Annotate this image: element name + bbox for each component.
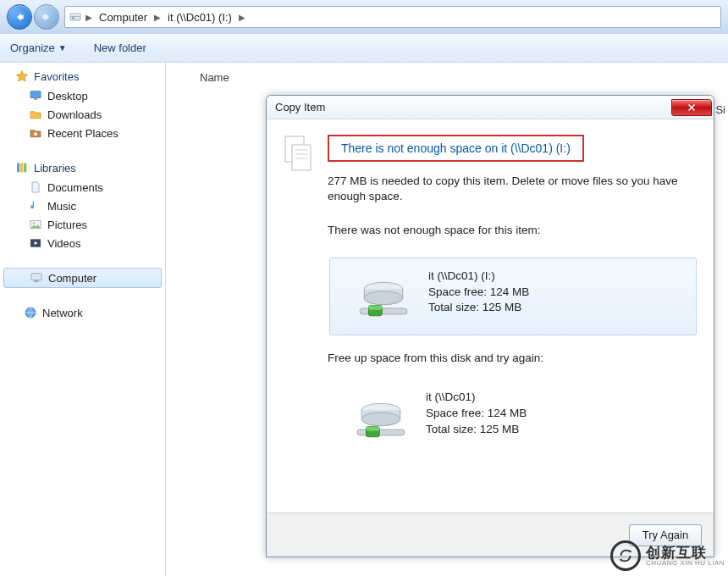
svg-point-21	[364, 291, 403, 305]
address-bar[interactable]: ▶ Computer ▶ it (\\Dc01) (I:) ▶	[64, 6, 721, 28]
drive-name: it (\\Dc01)	[426, 390, 527, 406]
sidebar-item-videos[interactable]: Videos	[0, 234, 165, 252]
sidebar-item-recent-places[interactable]: Recent Places	[0, 124, 165, 142]
sidebar-item-computer[interactable]: Computer	[3, 268, 162, 288]
arrow-left-icon	[14, 11, 25, 23]
svg-rect-16	[292, 145, 311, 170]
sidebar-label: Pictures	[47, 219, 87, 231]
drive-icon	[69, 10, 82, 24]
svg-rect-22	[360, 308, 407, 314]
dialog-titlebar[interactable]: Copy Item	[267, 96, 714, 119]
new-folder-label: New folder	[94, 42, 146, 54]
sidebar-label: Downloads	[47, 108, 102, 121]
chevron-right-icon: ▶	[152, 13, 163, 22]
pictures-icon	[29, 218, 42, 231]
drive-free: Space free: 124 MB	[428, 285, 529, 301]
breadcrumb-path[interactable]: it (\\Dc01) (I:)	[164, 9, 235, 25]
close-button[interactable]	[671, 99, 712, 116]
svg-rect-27	[357, 429, 405, 435]
watermark: 创新互联 CHUANG XIN HU LIAN	[610, 540, 725, 571]
explorer-toolbar: Organize ▼ New folder	[0, 34, 728, 63]
sidebar-item-downloads[interactable]: Downloads	[0, 105, 165, 124]
svg-rect-4	[34, 98, 37, 99]
sidebar-label: Videos	[47, 237, 81, 250]
documents-icon	[29, 180, 42, 194]
star-icon	[15, 69, 29, 83]
navigation-pane: Favorites Desktop Downloads Recent Place…	[0, 63, 166, 576]
sidebar-item-pictures[interactable]: Pictures	[0, 215, 165, 234]
svg-rect-1	[70, 14, 80, 16]
sidebar-label: Computer	[48, 272, 97, 285]
dialog-body: There is not enough space on it (\\Dc01)…	[267, 119, 714, 474]
chevron-right-icon: ▶	[237, 13, 247, 22]
svg-rect-24	[369, 305, 383, 309]
network-icon	[24, 306, 37, 319]
not-enough-space-message: There was not enough space for this item…	[328, 223, 698, 238]
svg-rect-2	[72, 18, 74, 19]
downloads-icon	[29, 108, 42, 121]
libraries-header[interactable]: Libraries	[0, 158, 165, 178]
videos-icon	[29, 236, 42, 250]
nav-forward-button[interactable]	[34, 4, 59, 30]
sidebar-item-music[interactable]: Music	[0, 197, 165, 215]
column-header-size[interactable]: Si	[715, 103, 725, 116]
organize-label: Organize	[10, 42, 55, 54]
svg-rect-12	[31, 274, 41, 280]
nav-back-button[interactable]	[7, 4, 32, 30]
favorites-header[interactable]: Favorites	[0, 66, 165, 86]
copy-item-dialog: Copy Item There is not enough space on i…	[266, 95, 714, 557]
column-header-name[interactable]: Name	[166, 63, 728, 84]
needed-space-message: 277 MB is needed to copy this item. Dele…	[328, 174, 698, 204]
drive-source-item[interactable]: it (\\Dc01) Space free: 124 MB Total siz…	[328, 385, 698, 468]
svg-point-10	[33, 222, 36, 224]
drive-free: Space free: 124 MB	[426, 406, 527, 422]
sidebar-label: Documents	[47, 181, 103, 194]
error-heading-highlight: There is not enough space on it (\\Dc01)…	[328, 135, 584, 162]
computer-group: Computer	[0, 268, 165, 288]
sidebar-item-network[interactable]: Network	[0, 303, 165, 322]
desktop-icon	[29, 89, 42, 102]
drive-name: it (\\Dc01) (I:)	[428, 269, 529, 285]
sidebar-label: Network	[42, 307, 83, 319]
watermark-logo-icon	[610, 540, 641, 571]
nav-buttons	[7, 4, 59, 30]
svg-rect-3	[30, 91, 41, 98]
watermark-text-cn: 创新互联	[646, 546, 725, 560]
sidebar-item-desktop[interactable]: Desktop	[0, 86, 165, 105]
dialog-title: Copy Item	[275, 101, 325, 114]
network-drive-icon	[351, 388, 411, 447]
copy-pages-icon	[282, 135, 316, 468]
drive-total: Total size: 125 MB	[428, 300, 529, 316]
watermark-text-en: CHUANG XIN HU LIAN	[646, 560, 725, 567]
recent-icon	[29, 126, 42, 140]
arrow-right-icon	[41, 11, 52, 23]
organize-menu[interactable]: Organize ▼	[10, 42, 67, 54]
svg-rect-29	[367, 426, 380, 430]
svg-rect-6	[17, 163, 19, 173]
new-folder-button[interactable]: New folder	[94, 42, 146, 54]
libraries-icon	[15, 161, 29, 174]
sidebar-item-documents[interactable]: Documents	[0, 178, 165, 197]
libraries-label: Libraries	[34, 162, 76, 174]
breadcrumb-computer[interactable]: Computer	[96, 9, 151, 25]
computer-icon	[30, 271, 43, 285]
svg-rect-7	[20, 163, 23, 173]
close-icon	[687, 102, 697, 113]
sidebar-label: Music	[47, 200, 76, 213]
favorites-group: Favorites Desktop Downloads Recent Place…	[0, 66, 165, 142]
network-drive-icon	[354, 267, 413, 326]
explorer-titlebar: ▶ Computer ▶ it (\\Dc01) (I:) ▶	[0, 0, 728, 34]
drive-target-item[interactable]: it (\\Dc01) (I:) Space free: 124 MB Tota…	[329, 258, 697, 335]
music-icon	[29, 199, 42, 213]
favorites-label: Favorites	[34, 70, 79, 83]
libraries-group: Libraries Documents Music Pictures Video…	[0, 158, 165, 252]
chevron-right-icon: ▶	[84, 13, 94, 22]
svg-point-5	[34, 132, 37, 136]
network-group: Network	[0, 303, 165, 322]
chevron-down-icon: ▼	[58, 43, 67, 53]
sidebar-label: Desktop	[47, 90, 88, 102]
free-up-message: Free up space from this disk and try aga…	[328, 351, 698, 366]
sidebar-label: Recent Places	[47, 127, 119, 140]
svg-point-26	[361, 413, 400, 426]
dialog-heading: There is not enough space on it (\\Dc01)…	[334, 138, 577, 158]
